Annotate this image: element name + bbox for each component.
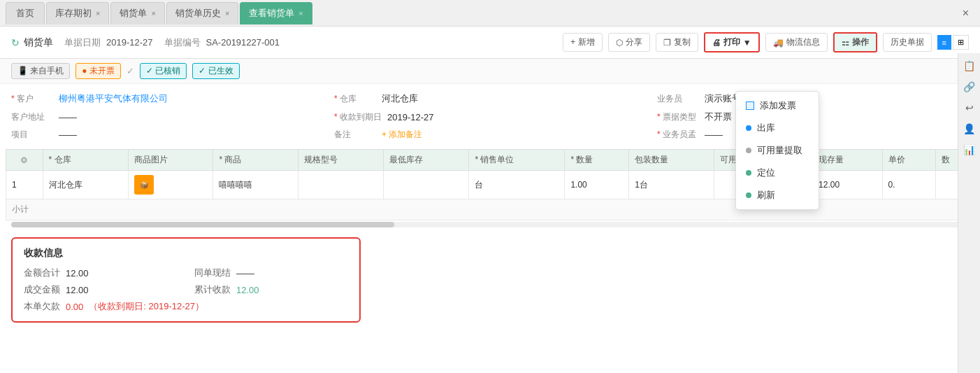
dropdown-locate[interactable]: 定位 [736, 162, 819, 184]
current-arrears-value: 0.00 [66, 302, 83, 312]
doc-date-label: 单据日期 [64, 36, 101, 49]
tab-inventory-init[interactable]: 库存期初 × [46, 2, 109, 24]
logistics-button[interactable]: 🚚 物流信息 [765, 33, 828, 52]
doc-header: ↻ 销货单 单据日期 2019-12-27 单据编号 SA-20191227-0… [0, 27, 980, 59]
address-value: —— [59, 112, 77, 122]
payment-due-note: （收款到期日: 2019-12-27） [89, 300, 204, 313]
col-warehouse: * 仓库 [43, 150, 128, 171]
view-grid-button[interactable]: ⊞ [953, 35, 969, 50]
transaction-amount-value: 12.00 [66, 285, 89, 295]
col-min-stock: 最低库存 [384, 150, 469, 171]
doc-meta: 单据日期 2019-12-27 单据编号 SA-20191227-001 [64, 36, 280, 49]
col-product: * 商品 [213, 150, 298, 171]
payment-info-title: 收款信息 [24, 247, 348, 260]
tab-sales-order-label: 销货单 [120, 7, 147, 20]
tab-inventory-init-label: 库存期初 [55, 7, 92, 20]
copy-button[interactable]: ❐ 复制 [656, 33, 698, 52]
tab-sales-order[interactable]: 销货单 × [110, 2, 164, 24]
tab-check-sales-close[interactable]: × [298, 9, 303, 17]
same-order-settle-row: 同单现结 —— [194, 267, 348, 279]
doc-title: ↻ 销货单 [11, 36, 53, 49]
dropdown-available-qty[interactable]: 可用量提取 [736, 139, 819, 162]
table-row: 1 河北仓库 📦 嘻嘻嘻嘻 台 1.00 1台 12.00 0. [6, 171, 974, 199]
col-settings[interactable]: ⚙ [6, 150, 43, 171]
note-row: 备注 + 添加备注 [334, 129, 646, 141]
table-wrap: ⚙ * 仓库 商品图片 * 商品 规格型号 最低库存 * 销售单位 * 数量 包… [0, 149, 980, 227]
view-toggle: ≡ ⊞ [937, 35, 969, 50]
tab-check-sales[interactable]: 查看销货单 × [240, 2, 312, 24]
share-label: 分享 [626, 36, 642, 48]
row-stock: 12.00 [813, 171, 882, 199]
row-price: 0. [882, 171, 936, 199]
ticket-icon: ● [82, 66, 87, 76]
row-product: 嘻嘻嘻嘻 [213, 171, 298, 199]
warehouse-row: 仓库 河北仓库 [334, 92, 646, 105]
not-open-label: 未开票 [89, 66, 115, 76]
dropdown-refresh[interactable]: 刷新 [736, 184, 819, 206]
add-invoice-label: 添加发票 [760, 99, 796, 112]
logistics-label: 物流信息 [786, 36, 820, 48]
row-spec [298, 171, 384, 199]
effective-button[interactable]: ✓ 已生效 [192, 63, 239, 79]
refresh-label: 刷新 [757, 189, 775, 202]
doc-date-value: 2019-12-27 [106, 37, 153, 48]
new-button[interactable]: + 新增 [563, 33, 602, 52]
row-warehouse: 河北仓库 [43, 171, 128, 199]
right-icon-link[interactable]: 🔗 [960, 77, 979, 97]
dropdown-add-invoice[interactable]: 添加发票 [736, 94, 819, 117]
product-thumbnail: 📦 [134, 175, 154, 195]
verify-icon: ✓ [146, 66, 153, 76]
cumulative-payment-label: 累计收款 [194, 283, 231, 296]
cumulative-payment-row: 累计收款 12.00 [194, 283, 348, 296]
effective-icon: ✓ [199, 66, 206, 76]
current-arrears-label: 本单欠款 [24, 300, 60, 313]
items-table: ⚙ * 仓库 商品图片 * 商品 规格型号 最低库存 * 销售单位 * 数量 包… [6, 149, 974, 220]
cumulative-payment-value: 12.00 [236, 285, 259, 295]
tab-home[interactable]: 首页 [6, 2, 45, 24]
locate-dot-icon [746, 170, 751, 176]
print-dropdown-icon: ▼ [743, 38, 751, 48]
customer-row: 客户 柳州粤港平安气体有限公司 [11, 92, 323, 105]
scrollbar-thumb [11, 222, 394, 227]
amount-total-value: 12.00 [66, 268, 89, 279]
right-icon-user[interactable]: 👤 [960, 119, 979, 139]
col-pkg-qty: 包装数量 [629, 150, 714, 171]
row-product-img: 📦 [128, 171, 213, 199]
right-icon-chart[interactable]: 📊 [960, 140, 979, 160]
from-mobile-button[interactable]: 📱 来自手机 [11, 63, 70, 79]
view-list-button[interactable]: ≡ [937, 35, 951, 50]
address-label: 客户地址 [11, 111, 53, 123]
gear-icon[interactable]: ⚙ [20, 155, 28, 165]
share-icon: ⬡ [616, 38, 623, 48]
salesperson2-label: 业务员孟 [657, 129, 699, 141]
tab-inventory-init-close[interactable]: × [96, 9, 100, 17]
salesperson-label: 业务员 [657, 93, 699, 105]
history-button[interactable]: 历史单据 [883, 33, 932, 52]
share-button[interactable]: ⬡ 分享 [608, 33, 650, 52]
dropdown-outbound[interactable]: 出库 [736, 117, 819, 139]
table-scrollbar[interactable] [11, 222, 969, 227]
add-note-button[interactable]: + 添加备注 [382, 129, 422, 141]
row-pkg-qty: 1台 [629, 171, 714, 199]
col-price: 单价 [882, 150, 936, 171]
right-icon-doc[interactable]: 📋 [960, 56, 979, 76]
customer-value[interactable]: 柳州粤港平安气体有限公司 [59, 92, 168, 105]
window-close-button[interactable]: × [957, 7, 974, 20]
col-stock: 现存量 [813, 150, 882, 171]
tab-sales-order-close[interactable]: × [151, 9, 155, 17]
right-icon-return[interactable]: ↩ [960, 98, 979, 118]
verified-button[interactable]: ✓ 已核销 [140, 63, 187, 79]
col-product-img: 商品图片 [128, 150, 213, 171]
tab-sales-history[interactable]: 销货单历史 × [166, 2, 238, 24]
tab-sales-history-label: 销货单历史 [175, 7, 221, 20]
tab-sales-history-close[interactable]: × [225, 9, 229, 17]
not-open-button[interactable]: ● 未开票 [75, 63, 121, 79]
ticket-type-label: 票据类型 [657, 111, 699, 123]
row-unit: 台 [469, 171, 565, 199]
effective-label: 已生效 [208, 66, 233, 76]
history-label: 历史单据 [891, 36, 924, 48]
salesperson2-value: —— [705, 129, 723, 140]
print-button[interactable]: 🖨 打印 ▼ [704, 32, 760, 52]
copy-label: 复制 [674, 36, 691, 48]
operations-button[interactable]: ⚏ 操作 [833, 32, 877, 52]
